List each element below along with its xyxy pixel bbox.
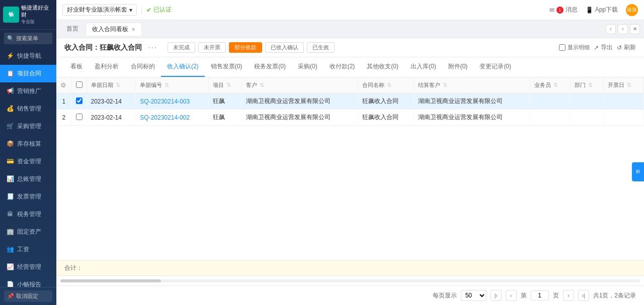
sidebar-item-12[interactable]: 📄 小畅报告: [0, 276, 56, 287]
unpin-button[interactable]: 📌 取消固定: [4, 290, 52, 302]
sidebar-item-0[interactable]: 📋 项目合同: [0, 65, 56, 82]
row-checkbox-0[interactable]: [76, 97, 83, 104]
tab-home[interactable]: 首页: [60, 23, 85, 35]
scrollbar-thumb[interactable]: [60, 279, 161, 282]
table-row: 2 2023-02-14 SQ-20230214-002 狂飙 湖南卫视商业运营…: [56, 110, 644, 126]
scrollbar-track: [60, 279, 640, 282]
sidebar-item-7[interactable]: 🧾 发票管理: [0, 188, 56, 206]
sidebar-item-4[interactable]: 📦 库存核算: [0, 135, 56, 153]
col-bill-no: 单据编号 ⇅: [136, 77, 208, 93]
bill-no-link-0[interactable]: SQ-20230214-003: [140, 98, 190, 105]
sub-tab-4[interactable]: 销售发票(0): [205, 57, 249, 77]
sub-tab-7[interactable]: 收付款(2): [324, 57, 361, 77]
settings-gear-icon[interactable]: ⚙: [60, 81, 66, 89]
certified-label: 已认证: [153, 6, 172, 14]
message-button[interactable]: ✉ 1 消息: [549, 6, 578, 14]
avatar-text: 珠珠: [627, 7, 637, 14]
sidebar-item-1[interactable]: 📢 营销推广: [0, 82, 56, 100]
date-sort-icon[interactable]: ⇅: [116, 82, 120, 88]
unpin-label: 取消固定: [16, 292, 38, 300]
sidebar-item-10[interactable]: 👥 工资: [0, 241, 56, 258]
data-table: ⚙ 单据日期 ⇅ 单据编号 ⇅: [56, 77, 644, 126]
sub-tab-8[interactable]: 其他收支(0): [361, 57, 405, 77]
more-options-button[interactable]: ···: [148, 43, 157, 52]
sub-tab-2[interactable]: 合同标的: [125, 57, 161, 77]
bill-no-link-1[interactable]: SQ-20230214-002: [140, 114, 190, 121]
row-bill-no-0: SQ-20230214-003: [136, 93, 208, 110]
quick-nav-label: 快捷导航: [17, 52, 41, 60]
dept-sort-icon[interactable]: ⇅: [588, 82, 593, 88]
sub-tab-5[interactable]: 税务发票(0): [248, 57, 292, 77]
project-sort-icon[interactable]: ⇅: [226, 82, 231, 88]
sub-tab-10[interactable]: 附件(0): [442, 57, 474, 77]
tab-close-all-button[interactable]: ✕: [630, 24, 640, 34]
first-page-button[interactable]: |‹: [491, 290, 502, 301]
app-download-button[interactable]: 📱 App下载: [586, 6, 618, 14]
sub-tab-9[interactable]: 出入库(0): [405, 57, 442, 77]
nav-label-7: 发票管理: [17, 192, 41, 201]
sub-tab-3[interactable]: 收入确认(2): [161, 57, 205, 77]
nav-icon-12: 📄: [6, 280, 14, 287]
bill-no-sort-icon[interactable]: ⇅: [165, 82, 169, 88]
sidebar-item-quick-nav[interactable]: ⚡ 快捷导航: [0, 47, 56, 65]
sidebar-item-8[interactable]: 🏛 税务管理: [0, 206, 56, 223]
scrollbar-area: [56, 275, 644, 285]
status-effective-button[interactable]: 已生效: [307, 42, 335, 53]
row-checkbox-1[interactable]: [76, 114, 83, 120]
status-no-invoice-button[interactable]: 未开票: [198, 42, 226, 53]
last-page-button[interactable]: ›|: [578, 290, 589, 301]
tab-next-button[interactable]: ›: [618, 24, 628, 34]
company-selector[interactable]: 好业财专业版演示帐套 ▾: [62, 4, 137, 16]
right-panel-icon: ≡: [634, 169, 642, 173]
show-detail-input[interactable]: [559, 44, 566, 51]
table-header-row: ⚙ 单据日期 ⇅ 单据编号 ⇅: [56, 77, 644, 93]
sub-tab-1[interactable]: 盈利分析: [89, 57, 125, 77]
search-icon: 🔍: [7, 35, 14, 42]
export-button[interactable]: ↗ 导出: [594, 43, 613, 52]
nav-label-3: 采购管理: [17, 122, 41, 131]
search-menu-button[interactable]: 🔍 搜索菜单: [4, 33, 52, 44]
sidebar-nav: 📋 项目合同 📢 营销推广 💰 销售管理 🛒 采购管理 📦 库存核算 💳 资金管…: [0, 65, 56, 287]
contract-sort-icon[interactable]: ⇅: [387, 82, 391, 88]
app-logo: 畅 畅捷通好业财 专业版: [0, 0, 56, 30]
col-dept: 部门 ⇅: [570, 77, 603, 93]
sidebar-item-2[interactable]: 💰 销售管理: [0, 100, 56, 118]
message-label: 消息: [566, 6, 578, 14]
nav-label-10: 工资: [17, 245, 29, 254]
show-detail-checkbox[interactable]: 显示明细: [559, 44, 590, 51]
sidebar-item-9[interactable]: 🏢 固定资产: [0, 223, 56, 241]
customer-sort-icon[interactable]: ⇅: [260, 82, 264, 88]
nav-icon-11: 📈: [6, 263, 14, 271]
select-all-checkbox[interactable]: [76, 81, 83, 88]
sidebar-item-5[interactable]: 💳 资金管理: [0, 153, 56, 170]
status-incomplete-button[interactable]: 未完成: [168, 42, 195, 53]
status-partial-button[interactable]: 部分收款: [229, 42, 262, 53]
tab-nav-buttons: ‹ › ✕: [606, 24, 640, 34]
sidebar-item-11[interactable]: 📈 经营管理: [0, 258, 56, 276]
next-page-button[interactable]: ›: [563, 290, 574, 301]
page-input[interactable]: [531, 290, 549, 300]
row-contract-1: 狂飙收入合同: [358, 110, 414, 126]
tab-contract-board[interactable]: 收入合同看板 ✕: [86, 23, 142, 36]
sidebar-item-3[interactable]: 🛒 采购管理: [0, 118, 56, 135]
nav-icon-2: 💰: [6, 105, 14, 113]
tab-prev-button[interactable]: ‹: [606, 24, 616, 34]
refresh-button[interactable]: ↺ 刷新: [617, 43, 636, 52]
sub-tab-0[interactable]: 看板: [64, 57, 89, 77]
invoice-date-sort-icon[interactable]: ⇅: [627, 82, 631, 88]
per-page-select[interactable]: 50 100 200: [461, 290, 487, 301]
tab-close-icon[interactable]: ✕: [131, 27, 135, 32]
company-name: 好业财专业版演示帐套: [67, 6, 127, 14]
user-avatar-button[interactable]: 珠珠: [626, 4, 638, 16]
status-confirmed-button[interactable]: 已收入确认: [265, 42, 304, 53]
row-checkbox-cell-1: [71, 110, 87, 126]
sub-tab-11[interactable]: 变更记录(0): [473, 57, 517, 77]
nav-label-4: 库存核算: [17, 140, 41, 148]
settlement-sort-icon[interactable]: ⇅: [443, 82, 447, 88]
nav-label-6: 总账管理: [17, 175, 41, 183]
salesman-sort-icon[interactable]: ⇅: [553, 82, 558, 88]
prev-page-button[interactable]: ‹: [506, 290, 517, 301]
sidebar-item-6[interactable]: 📊 总账管理: [0, 170, 56, 188]
sub-tab-6[interactable]: 采购(0): [292, 57, 324, 77]
right-panel-toggle[interactable]: ≡: [632, 162, 644, 181]
